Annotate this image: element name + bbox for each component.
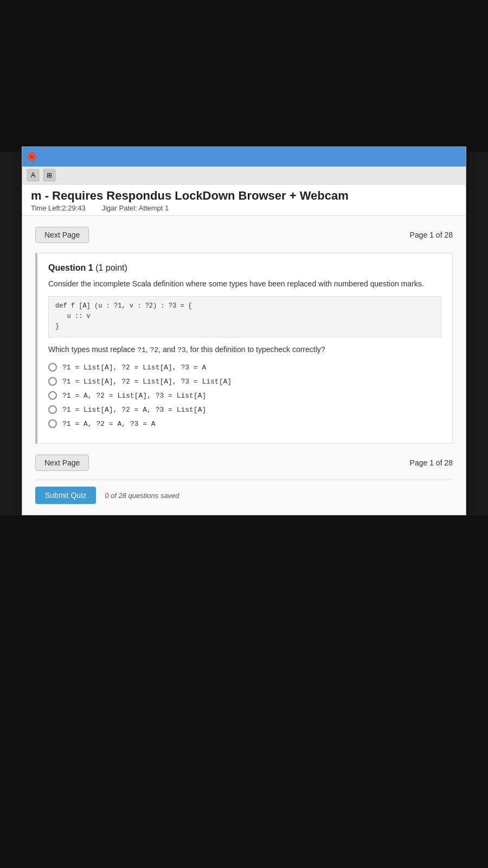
option-item: ?1 = List[A], ?2 = List[A], ?3 = List[A] (48, 377, 441, 386)
question-title: Question 1 (1 point) (48, 263, 441, 273)
exam-header: m - Requires Respondus LockDown Browser … (22, 184, 466, 216)
question-block: Question 1 (1 point) Consider the incomp… (35, 253, 453, 444)
exam-title: m - Requires Respondus LockDown Browser … (31, 189, 457, 203)
option-label-1: ?1 = List[A], ?2 = List[A], ?3 = A (62, 363, 206, 372)
option-radio-3[interactable] (48, 391, 57, 400)
submit-row: Submit Quiz 0 of 28 questions saved (35, 480, 453, 504)
option-label-2: ?1 = List[A], ?2 = List[A], ?3 = List[A] (62, 378, 232, 386)
submit-quiz-button[interactable]: Submit Quiz (35, 487, 96, 504)
which-types-text: Which types must replace ?1, ?2, and ?3,… (48, 344, 441, 356)
option-label-5: ?1 = A, ?2 = A, ?3 = A (62, 420, 156, 428)
option-radio-2[interactable] (48, 377, 57, 386)
option-radio-5[interactable] (48, 419, 57, 428)
doc-icon[interactable]: A (27, 169, 40, 182)
page-nav-top: Next Page Page 1 of 28 (35, 227, 453, 243)
option-item: ?1 = A, ?2 = List[A], ?3 = List[A] (48, 391, 441, 400)
question-points: (1 point) (95, 263, 127, 272)
next-page-button-bottom[interactable]: Next Page (35, 455, 89, 471)
options-list: ?1 = List[A], ?2 = List[A], ?3 = A ?1 = … (48, 363, 441, 428)
option-label-3: ?1 = A, ?2 = List[A], ?3 = List[A] (62, 392, 206, 400)
question-number: Question 1 (48, 263, 93, 272)
browser-close-button[interactable]: × (28, 152, 36, 161)
option-radio-4[interactable] (48, 405, 57, 414)
page-info-bottom: Page 1 of 28 (410, 458, 453, 467)
next-page-button-top[interactable]: Next Page (35, 227, 89, 243)
exam-meta: Time Left:2:29:43 Jigar Patel: Attempt 1 (31, 204, 457, 212)
saved-status: 0 of 28 questions saved (105, 492, 179, 500)
option-label-4: ?1 = List[A], ?2 = A, ?3 = List[A] (62, 406, 206, 414)
quiz-content: Next Page Page 1 of 28 Question 1 (1 poi… (22, 216, 466, 515)
option-item: ?1 = List[A], ?2 = List[A], ?3 = A (48, 363, 441, 372)
option-radio-1[interactable] (48, 363, 57, 372)
option-item: ?1 = List[A], ?2 = A, ?3 = List[A] (48, 405, 441, 414)
student-info: Jigar Patel: Attempt 1 (102, 204, 169, 212)
code-line-2: u :: v (55, 311, 434, 322)
code-line-1: def f [A] (u : ?1, v : ?2) : ?3 = { (55, 301, 434, 311)
code-line-3: } (55, 322, 434, 332)
close-label: × (30, 154, 34, 160)
toolbar: A ⊞ (22, 167, 466, 184)
option-item: ?1 = A, ?2 = A, ?3 = A (48, 419, 441, 428)
question-description: Consider the incomplete Scala definition… (48, 278, 441, 290)
grid-icon[interactable]: ⊞ (43, 169, 56, 182)
time-left: Time Left:2:29:43 (31, 204, 86, 212)
page-nav-bottom: Next Page Page 1 of 28 (35, 455, 453, 471)
page-info-top: Page 1 of 28 (410, 231, 453, 239)
code-block: def f [A] (u : ?1, v : ?2) : ?3 = { u ::… (48, 296, 441, 337)
